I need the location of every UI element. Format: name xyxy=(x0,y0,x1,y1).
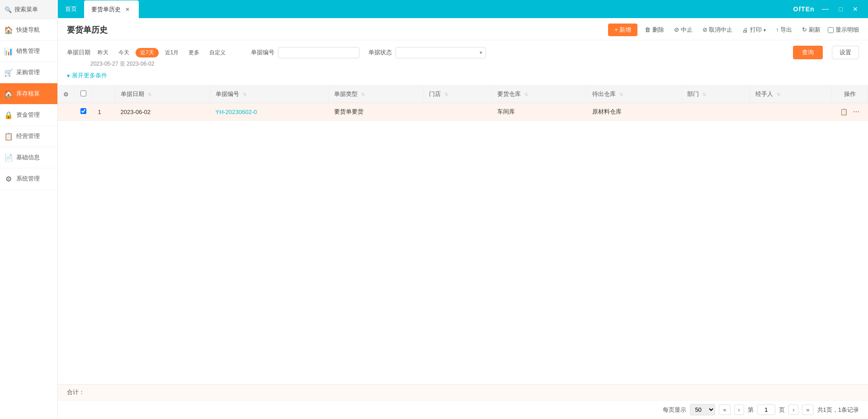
refresh-button[interactable]: ↻ 刷新 xyxy=(799,24,823,36)
per-page-select[interactable]: 50 100 200 xyxy=(690,404,715,415)
col-department-header: 部门 ⇅ xyxy=(682,86,750,103)
search-icon: 🔍 xyxy=(5,6,12,13)
sidebar-item-purchase[interactable]: 🛒 采购管理 xyxy=(0,62,57,83)
col-store-header: 门店 ⇅ xyxy=(424,86,492,103)
print-button[interactable]: 🖨 打印 ▾ xyxy=(740,24,769,36)
page-header: 要货单历史 + 新增 🗑 删除 ⊘ 中止 ⊘ 取消中止 🖨 打印 ▾ ↑ 导出 … xyxy=(58,18,868,40)
content: 要货单历史 + 新增 🗑 删除 ⊘ 中止 ⊘ 取消中止 🖨 打印 ▾ ↑ 导出 … xyxy=(58,18,868,419)
page-label: 第 xyxy=(748,406,754,414)
col-checkbox xyxy=(75,86,93,103)
row-checkbox[interactable] xyxy=(80,108,86,114)
system-icon: ⚙ xyxy=(5,175,13,183)
sidebar-item-label: 基础信息 xyxy=(16,153,40,162)
sales-icon: 📊 xyxy=(5,47,13,55)
date-btn-yesterday[interactable]: 昨天 xyxy=(94,48,112,57)
pagination: 每页显示 50 100 200 « ‹ 第 页 › » 共1页，1条记录 xyxy=(58,400,868,419)
settings-button[interactable]: 设置 xyxy=(832,46,859,59)
col-type-header: 单据类型 ⇅ xyxy=(329,86,424,103)
row-handler xyxy=(750,103,832,121)
page-label-end: 页 xyxy=(779,406,785,414)
cancel-stop-button[interactable]: ⊘ 取消中止 xyxy=(700,24,736,36)
edit-icon[interactable]: 📋 xyxy=(838,107,849,116)
expand-more-row: ▾ 展开更多条件 xyxy=(67,71,859,80)
minimize-btn[interactable]: — xyxy=(819,4,832,14)
date-btn-last7[interactable]: 近7天 xyxy=(136,48,159,57)
date-btn-custom[interactable]: 自定义 xyxy=(206,48,229,57)
sidebar-item-inventory[interactable]: 🏠 库存核算 xyxy=(0,83,57,105)
tab-home[interactable]: 首页 xyxy=(58,0,84,18)
sidebar-item-basic-info[interactable]: 📄 基础信息 xyxy=(0,147,57,168)
handler-sort-icon[interactable]: ⇅ xyxy=(777,92,780,97)
col-ops-header: 操作 xyxy=(832,86,868,103)
more-icon[interactable]: ⋯ xyxy=(851,107,861,116)
finance-icon: 🔒 xyxy=(5,111,13,119)
expand-label: 展开更多条件 xyxy=(72,71,107,80)
row-number: YH-20230602-0 xyxy=(210,103,329,121)
home-icon: 🏠 xyxy=(5,26,13,34)
expand-more-btn[interactable]: ▾ 展开更多条件 xyxy=(67,71,859,80)
doc-number-label: 单据编号 xyxy=(251,48,274,57)
sidebar-item-finance[interactable]: 🔒 资金管理 xyxy=(0,105,57,126)
store-sort-icon[interactable]: ⇅ xyxy=(444,92,448,97)
sidebar-item-operations[interactable]: 📋 经营管理 xyxy=(0,126,57,147)
date-filter-group: 单据日期 昨天 今天 近7天 近1月 更多 自定义 xyxy=(67,48,233,57)
print-chevron-icon: ▾ xyxy=(764,28,766,33)
number-sort-icon[interactable]: ⇅ xyxy=(243,92,246,97)
maximize-btn[interactable]: □ xyxy=(836,5,845,14)
tab-close-icon[interactable]: ✕ xyxy=(123,5,132,14)
stop-button[interactable]: ⊘ 中止 xyxy=(671,24,695,36)
sidebar-item-label: 库存核算 xyxy=(16,90,40,98)
display-detail-checkbox[interactable]: 显示明细 xyxy=(828,26,859,34)
display-detail-input[interactable] xyxy=(828,27,834,33)
close-btn[interactable]: ✕ xyxy=(850,5,861,14)
col-date-header: 单据日期 ⇅ xyxy=(115,86,210,103)
export-button[interactable]: ↑ 导出 xyxy=(773,24,795,36)
sidebar-item-system[interactable]: ⚙ 系统管理 xyxy=(0,168,57,190)
new-button[interactable]: + 新增 xyxy=(608,24,637,36)
page-input[interactable] xyxy=(757,405,775,415)
req-warehouse-sort-icon[interactable]: ⇅ xyxy=(524,92,528,97)
tab-requisition-history-label: 要货单历史 xyxy=(91,5,121,14)
doc-status-input[interactable] xyxy=(396,47,486,58)
row-department xyxy=(682,103,750,121)
col-settings[interactable]: ⚙ xyxy=(58,86,75,103)
next-page-btn[interactable]: › xyxy=(788,405,798,415)
query-button[interactable]: 查询 xyxy=(793,46,823,59)
first-page-btn[interactable]: « xyxy=(719,405,730,415)
delete-button[interactable]: 🗑 删除 xyxy=(642,24,667,36)
row-req-warehouse: 车间库 xyxy=(492,103,587,121)
date-btn-last-month[interactable]: 近1月 xyxy=(161,48,183,57)
row-type: 要货单要货 xyxy=(329,103,424,121)
top-bar-right: OfTEn — □ ✕ xyxy=(793,4,868,14)
sidebar: 🔍 搜索菜单 🏠 快捷导航 📊 销售管理 🛒 采购管理 🏠 库存核算 🔒 资金管… xyxy=(0,0,58,419)
prev-page-btn[interactable]: ‹ xyxy=(734,405,744,415)
type-sort-icon[interactable]: ⇅ xyxy=(361,92,365,97)
sidebar-item-quick-nav[interactable]: 🏠 快捷导航 xyxy=(0,19,57,41)
row-pending-warehouse: 原材料仓库 xyxy=(587,103,682,121)
tab-requisition-history[interactable]: 要货单历史 ✕ xyxy=(84,0,139,19)
total-info: 共1页，1条记录 xyxy=(817,406,859,414)
row-store xyxy=(424,103,492,121)
sidebar-item-sales[interactable]: 📊 销售管理 xyxy=(0,41,57,62)
select-all-checkbox[interactable] xyxy=(80,90,86,96)
row-ops: 📋 ⋯ xyxy=(832,103,868,121)
row-settings xyxy=(58,103,75,121)
data-table: ⚙ 单据日期 ⇅ 单据编号 ⇅ xyxy=(58,86,868,121)
operations-icon: 📋 xyxy=(5,132,13,140)
department-sort-icon[interactable]: ⇅ xyxy=(703,92,706,97)
row-number-link[interactable]: YH-20230602-0 xyxy=(215,109,257,115)
doc-number-input[interactable] xyxy=(278,47,359,58)
last-page-btn[interactable]: » xyxy=(802,405,813,415)
doc-status-filter-group: 单据状态 ▾ xyxy=(368,47,486,58)
sidebar-item-label: 经营管理 xyxy=(16,132,40,140)
pending-warehouse-sort-icon[interactable]: ⇅ xyxy=(619,92,623,97)
sidebar-item-label: 资金管理 xyxy=(16,111,40,119)
date-sort-icon[interactable]: ⇅ xyxy=(148,92,151,97)
basic-info-icon: 📄 xyxy=(5,153,13,162)
date-btn-today[interactable]: 今天 xyxy=(115,48,133,57)
date-btn-more[interactable]: 更多 xyxy=(185,48,203,57)
main-area: 首页 要货单历史 ✕ OfTEn — □ ✕ 要货单历史 + 新增 🗑 删除 ⊘… xyxy=(58,0,868,419)
sidebar-search-label: 搜索菜单 xyxy=(14,5,38,14)
col-req-warehouse-header: 要货仓库 ⇅ xyxy=(492,86,587,103)
sidebar-search[interactable]: 🔍 搜索菜单 xyxy=(0,0,57,19)
